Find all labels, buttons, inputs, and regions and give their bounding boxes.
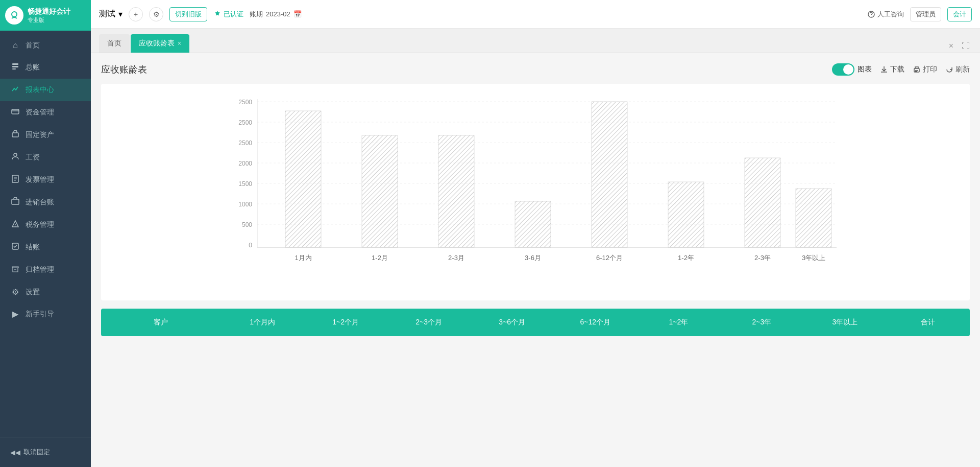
svg-rect-3 xyxy=(12,68,16,69)
main-content: 应收账龄表 图表 下载 打印 刷新 xyxy=(91,53,980,467)
th-1month: 1个月内 xyxy=(221,309,304,336)
sidebar-item-archive[interactable]: 归档管理 xyxy=(0,259,91,281)
sidebar-item-home[interactable]: ⌂ 首页 xyxy=(0,35,91,56)
print-button[interactable]: 打印 xyxy=(913,65,937,74)
tab-controls: × ⛶ xyxy=(947,39,972,53)
calendar-icon[interactable]: 📅 xyxy=(293,10,302,18)
expand-window-button[interactable]: ⛶ xyxy=(960,39,972,53)
add-button[interactable]: + xyxy=(129,7,143,21)
sidebar-label-guide: 新手引导 xyxy=(26,310,54,319)
bar-chart-svg: 2500 2500 2500 2000 1500 1000 500 0 xyxy=(111,94,960,288)
sidebar-item-funds[interactable]: 资金管理 xyxy=(0,101,91,124)
tab-close-icon[interactable]: × xyxy=(178,40,181,47)
pin-icon: ◀◀ xyxy=(10,449,20,456)
sidebar-item-closing[interactable]: 结账 xyxy=(0,236,91,259)
settings-icon: ⚙ xyxy=(10,287,20,297)
toggle-thumb xyxy=(843,64,853,75)
download-button[interactable]: 下载 xyxy=(880,65,904,74)
sidebar-logo: 畅捷通好会计 专业版 xyxy=(0,0,91,31)
tab-home[interactable]: 首页 xyxy=(99,34,130,53)
settings-button[interactable]: ⚙ xyxy=(149,7,163,21)
ledger-icon xyxy=(10,62,20,73)
close-window-button[interactable]: × xyxy=(947,39,955,53)
chart-container: 2500 2500 2500 2000 1500 1000 500 0 xyxy=(101,84,970,300)
sidebar-item-assets[interactable]: 固定资产 xyxy=(0,124,91,146)
th-2-3month: 2~3个月 xyxy=(387,309,471,336)
sidebar-label-tax: 税务管理 xyxy=(26,220,54,229)
sidebar-item-settings[interactable]: ⚙ 设置 xyxy=(0,281,91,303)
th-1-2month: 1~2个月 xyxy=(304,309,387,336)
sidebar-label-settings: 设置 xyxy=(26,288,40,297)
svg-rect-1 xyxy=(12,63,18,65)
sidebar-item-inventory[interactable]: 进销台账 xyxy=(0,191,91,214)
th-total: 合计 xyxy=(887,309,970,336)
svg-rect-47 xyxy=(796,189,831,247)
th-3-6month: 3~6个月 xyxy=(471,309,554,336)
assets-icon xyxy=(10,130,20,140)
inventory-icon xyxy=(10,197,20,207)
chart-toggle[interactable]: 图表 xyxy=(832,63,872,76)
svg-rect-5 xyxy=(12,133,18,137)
payroll-icon xyxy=(10,152,20,162)
project-selector[interactable]: 测试 ▾ xyxy=(99,9,122,19)
svg-point-11 xyxy=(871,16,872,17)
sidebar-item-reports[interactable]: 报表中心 xyxy=(0,79,91,101)
svg-rect-33 xyxy=(285,111,321,247)
svg-point-6 xyxy=(14,153,17,156)
th-2-3year: 2~3年 xyxy=(720,309,803,336)
logo-icon xyxy=(5,6,23,25)
toggle-label: 图表 xyxy=(857,65,872,74)
svg-text:1-2月: 1-2月 xyxy=(372,254,388,262)
svg-rect-37 xyxy=(438,135,474,247)
svg-text:2-3月: 2-3月 xyxy=(448,254,464,262)
sidebar: 畅捷通好会计 专业版 ⌂ 首页 总账 报表中心 资金管理 xyxy=(0,0,91,467)
svg-rect-8 xyxy=(12,199,19,204)
funds-icon xyxy=(10,107,20,118)
sidebar-bottom: ◀◀ 取消固定 xyxy=(0,437,91,467)
svg-text:2500: 2500 xyxy=(238,139,252,147)
svg-text:1500: 1500 xyxy=(238,180,252,188)
sidebar-label-payroll: 工资 xyxy=(26,153,40,162)
sidebar-label-reports: 报表中心 xyxy=(26,85,54,95)
sidebar-item-tax[interactable]: 税务管理 xyxy=(0,214,91,236)
svg-text:6-12个月: 6-12个月 xyxy=(596,254,623,262)
switch-version-button[interactable]: 切到旧版 xyxy=(169,7,207,21)
table-header: 客户 1个月内 1~2个月 2~3个月 3~6个月 6~12个月 1~2年 2~… xyxy=(101,309,970,336)
sidebar-item-payroll[interactable]: 工资 xyxy=(0,146,91,169)
sidebar-label-closing: 结账 xyxy=(26,243,40,252)
consult-button[interactable]: 人工咨询 xyxy=(867,10,904,19)
th-3yearplus: 3年以上 xyxy=(803,309,887,336)
svg-point-0 xyxy=(12,12,17,17)
sidebar-label-archive: 归档管理 xyxy=(26,265,54,274)
user-button[interactable]: 管理员 xyxy=(910,7,941,21)
refresh-button[interactable]: 刷新 xyxy=(945,65,970,74)
svg-rect-43 xyxy=(668,182,704,247)
tab-aging[interactable]: 应收账龄表 × xyxy=(131,34,189,53)
topbar: 测试 ▾ + ⚙ 切到旧版 已认证 账期 2023-02 📅 人工咨询 管理员 … xyxy=(91,0,980,29)
svg-rect-4 xyxy=(12,109,19,114)
th-6-12month: 6~12个月 xyxy=(554,309,637,336)
sidebar-label-ledger: 总账 xyxy=(26,63,40,72)
sidebar-item-guide[interactable]: ▶ 新手引导 xyxy=(0,303,91,325)
period-display: 账期 2023-02 📅 xyxy=(250,10,302,19)
pin-button[interactable]: ◀◀ 取消固定 xyxy=(0,442,91,462)
svg-rect-35 xyxy=(362,135,398,247)
page-title: 应收账龄表 xyxy=(101,63,147,76)
svg-text:3-6月: 3-6月 xyxy=(525,254,541,262)
sidebar-label-assets: 固定资产 xyxy=(26,130,54,139)
sidebar-item-invoices[interactable]: 发票管理 xyxy=(0,169,91,191)
th-customer: 客户 xyxy=(101,309,221,336)
archive-icon xyxy=(10,265,20,275)
svg-text:1000: 1000 xyxy=(238,201,252,208)
svg-text:2000: 2000 xyxy=(238,160,252,167)
sidebar-item-ledger[interactable]: 总账 xyxy=(0,56,91,79)
sidebar-nav: ⌂ 首页 总账 报表中心 资金管理 固定资产 xyxy=(0,31,91,437)
svg-text:1月内: 1月内 xyxy=(295,254,311,262)
svg-text:2500: 2500 xyxy=(238,99,252,106)
toggle-track[interactable] xyxy=(832,63,854,76)
svg-rect-45 xyxy=(745,158,780,247)
svg-text:2-3年: 2-3年 xyxy=(754,254,771,262)
role-button[interactable]: 会计 xyxy=(947,7,972,21)
th-1-2year: 1~2年 xyxy=(637,309,720,336)
logo-text: 畅捷通好会计 专业版 xyxy=(28,7,70,24)
